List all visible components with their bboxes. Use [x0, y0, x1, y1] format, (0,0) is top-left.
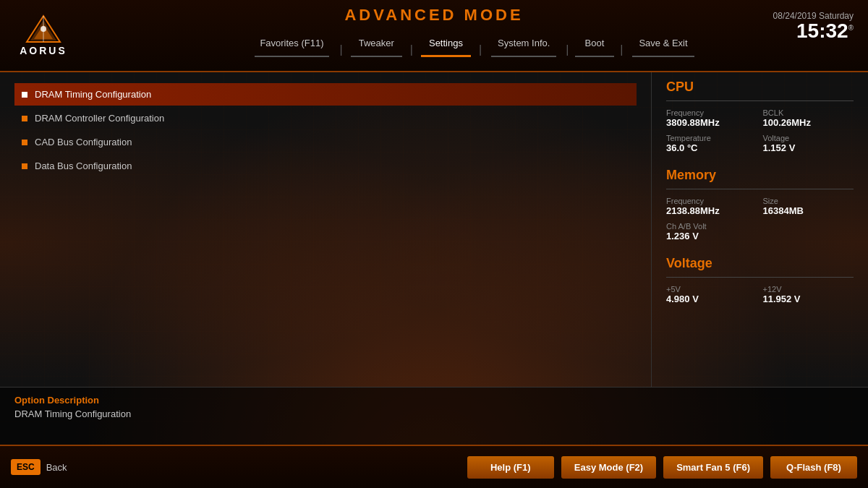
registered-mark: ®: [848, 24, 854, 32]
memory-grid: Frequency 2138.88MHz Size 16384MB Ch A/B…: [666, 197, 854, 241]
menu-item-dram-timing[interactable]: DRAM Timing Configuration: [14, 83, 637, 106]
plus12v-item: +12V 11.952 V: [763, 285, 854, 304]
logo-area: AORUS: [14, 14, 72, 56]
time-display: 15:32®: [773, 21, 854, 41]
plus12v-label: +12V: [763, 285, 854, 294]
memory-frequency-label: Frequency: [666, 197, 757, 205]
middle-area: DRAM Timing Configuration DRAM Controlle…: [0, 72, 868, 387]
nav-divider-2: |: [410, 29, 413, 56]
cpu-temperature-label: Temperature: [666, 134, 757, 142]
cpu-title: CPU: [666, 80, 854, 95]
nav-divider-1: |: [340, 29, 343, 56]
easy-mode-button[interactable]: Easy Mode (F2): [561, 456, 656, 479]
memory-size-label: Size: [763, 197, 854, 205]
nav-divider-3: |: [479, 29, 482, 56]
memory-frequency-item: Frequency 2138.88MHz: [666, 197, 757, 216]
memory-divider: [666, 189, 854, 189]
nav-save-exit[interactable]: Save & Exit: [624, 32, 702, 54]
svg-point-4: [41, 26, 46, 32]
menu-item-label: Data Bus Configuration: [35, 160, 132, 171]
plus5v-label: +5V: [666, 285, 757, 294]
nav-divider-4: |: [566, 29, 569, 56]
menu-item-dram-controller[interactable]: DRAM Controller Configuration: [14, 107, 637, 129]
nav-boot[interactable]: Boot: [571, 32, 619, 54]
memory-section: Memory Frequency 2138.88MHz Size 16384MB…: [666, 168, 854, 241]
voltage-divider: [666, 277, 854, 278]
option-description-text: DRAM Timing Configuration: [14, 408, 854, 419]
menu-item-label: CAD Bus Configuration: [35, 137, 132, 147]
cpu-bclk-item: BCLK 100.26MHz: [763, 108, 854, 128]
left-panel: DRAM Timing Configuration DRAM Controlle…: [0, 72, 651, 387]
nav-sysinfo[interactable]: System Info.: [483, 32, 564, 54]
esc-label: Back: [46, 462, 67, 473]
bullet-icon: [22, 116, 27, 121]
memory-size-item: Size 16384MB: [763, 197, 854, 216]
cpu-bclk-value: 100.26MHz: [763, 117, 854, 128]
cpu-voltage-label: Voltage: [763, 134, 854, 142]
qflash-button[interactable]: Q-Flash (F8): [770, 456, 857, 479]
cpu-bclk-label: BCLK: [763, 108, 854, 117]
memory-chvolt-value: 1.236 V: [666, 231, 854, 241]
logo-text: AORUS: [20, 45, 67, 56]
option-description-title: Option Description: [14, 395, 854, 406]
esc-key[interactable]: ESC: [11, 459, 41, 475]
bullet-icon: [22, 92, 27, 98]
memory-size-value: 16384MB: [763, 205, 854, 216]
memory-frequency-value: 2138.88MHz: [666, 205, 757, 216]
voltage-grid: +5V 4.980 V +12V 11.952 V: [666, 285, 854, 304]
cpu-frequency-value: 3809.88MHz: [666, 117, 757, 128]
cpu-frequency-label: Frequency: [666, 108, 757, 117]
plus12v-value: 11.952 V: [763, 294, 854, 304]
cpu-section: CPU Frequency 3809.88MHz BCLK 100.26MHz …: [666, 80, 854, 153]
plus5v-value: 4.980 V: [666, 294, 757, 304]
option-description-area: Option Description DRAM Timing Configura…: [0, 387, 868, 445]
nav-settings[interactable]: Settings: [414, 32, 477, 54]
toolbar-buttons: Help (F1) Easy Mode (F2) Smart Fan 5 (F6…: [467, 456, 857, 479]
nav-favorites[interactable]: Favorites (F11): [245, 32, 338, 54]
menu-item-label: DRAM Controller Configuration: [35, 113, 164, 124]
esc-area: ESC Back: [11, 459, 67, 475]
memory-chvolt-item: Ch A/B Volt 1.236 V: [666, 222, 854, 241]
bullet-icon: [22, 163, 27, 169]
cpu-temperature-item: Temperature 36.0 °C: [666, 134, 757, 153]
cpu-frequency-item: Frequency 3809.88MHz: [666, 108, 757, 128]
memory-title: Memory: [666, 168, 854, 183]
cpu-divider: [666, 100, 854, 101]
voltage-section: Voltage +5V 4.980 V +12V 11.952 V: [666, 256, 854, 304]
cpu-grid: Frequency 3809.88MHz BCLK 100.26MHz Temp…: [666, 108, 854, 153]
plus5v-item: +5V 4.980 V: [666, 285, 757, 304]
menu-item-cad-bus[interactable]: CAD Bus Configuration: [14, 131, 637, 153]
cpu-voltage-value: 1.152 V: [763, 142, 854, 153]
smart-fan-button[interactable]: Smart Fan 5 (F6): [663, 456, 763, 479]
datetime-area: 08/24/2019 Saturday 15:32®: [773, 11, 854, 41]
header: AORUS ADVANCED MODE Favorites (F11) | Tw…: [0, 0, 868, 72]
aorus-logo-icon: [25, 14, 61, 43]
nav-divider-5: |: [620, 29, 623, 56]
bottom-toolbar: ESC Back Help (F1) Easy Mode (F2) Smart …: [0, 445, 868, 488]
bullet-icon: [22, 140, 27, 145]
voltage-title: Voltage: [666, 256, 854, 271]
cpu-voltage-item: Voltage 1.152 V: [763, 134, 854, 153]
menu-item-data-bus[interactable]: Data Bus Configuration: [14, 155, 637, 177]
menu-item-label: DRAM Timing Configuration: [35, 89, 151, 100]
title-area: ADVANCED MODE: [344, 0, 523, 25]
main-title: ADVANCED MODE: [344, 6, 523, 25]
memory-chvolt-label: Ch A/B Volt: [666, 222, 854, 231]
cpu-temperature-value: 36.0 °C: [666, 142, 757, 153]
nav-tweaker[interactable]: Tweaker: [344, 32, 409, 54]
right-panel: CPU Frequency 3809.88MHz BCLK 100.26MHz …: [651, 72, 868, 387]
help-button[interactable]: Help (F1): [467, 456, 554, 479]
